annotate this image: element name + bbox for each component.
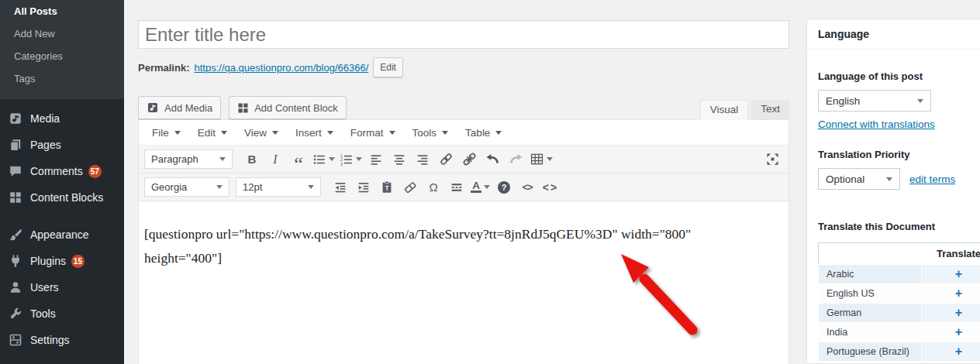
editor-mode-tabs: Visual Text bbox=[700, 100, 789, 119]
clear-formatting-button[interactable] bbox=[399, 177, 421, 198]
posts-submenu: All Posts Add New Categories Tags bbox=[0, 0, 124, 99]
translation-priority-select[interactable]: Optional bbox=[818, 168, 900, 190]
edit-terms-link[interactable]: edit terms bbox=[909, 173, 955, 185]
align-center-icon bbox=[392, 153, 406, 167]
translate-add-button[interactable]: + bbox=[921, 342, 980, 362]
permalink-url-link[interactable]: https://qa.questionpro.com/blog/66366/ bbox=[194, 62, 368, 74]
numbered-list-icon: 123 bbox=[340, 153, 354, 167]
shortcode-button[interactable]: <> bbox=[540, 177, 561, 198]
blockquote-button[interactable]: “ bbox=[288, 153, 309, 175]
bulleted-list-button[interactable] bbox=[311, 149, 336, 170]
table-row: India + bbox=[819, 323, 980, 342]
sidebar-item-tools[interactable]: Tools bbox=[0, 300, 124, 327]
sidebar-item-categories[interactable]: Categories bbox=[0, 45, 124, 67]
menu-insert[interactable]: Insert bbox=[287, 120, 342, 145]
sidebar-item-comments[interactable]: Comments 57 bbox=[0, 158, 124, 184]
align-right-button[interactable] bbox=[412, 149, 433, 170]
permalink-label: Permalink: bbox=[138, 62, 189, 74]
menu-table[interactable]: Table bbox=[457, 120, 510, 145]
font-select-value: Georgia bbox=[151, 181, 187, 193]
sidebar-item-settings[interactable]: Settings bbox=[0, 327, 124, 353]
text-color-button[interactable]: A bbox=[469, 177, 492, 198]
menu-separator bbox=[0, 353, 124, 364]
post-language-select[interactable]: English bbox=[818, 90, 931, 112]
tab-visual[interactable]: Visual bbox=[700, 100, 749, 120]
menu-label: Edit bbox=[198, 127, 216, 139]
add-content-block-button[interactable]: Add Content Block bbox=[229, 96, 347, 119]
paste-as-text-icon: T bbox=[380, 180, 394, 194]
media-buttons: Add Media Add Content Block bbox=[138, 96, 347, 119]
sidebar-item-label: Content Blocks bbox=[30, 191, 103, 204]
editor-menubar: File Edit View Insert Format Tools Table bbox=[139, 120, 788, 146]
post-editor-column: Permalink: https://qa.questionpro.com/bl… bbox=[138, 20, 789, 364]
menu-format[interactable]: Format bbox=[342, 120, 404, 145]
page-break-button[interactable] bbox=[446, 177, 468, 198]
align-left-button[interactable] bbox=[365, 149, 387, 170]
chevron-down-icon bbox=[272, 131, 278, 135]
admin-menu: Media Pages Comments 57 Content Blocks bbox=[0, 99, 124, 364]
plugins-count-badge: 15 bbox=[71, 255, 85, 268]
source-code-button[interactable]: <> bbox=[516, 177, 538, 198]
table-button[interactable] bbox=[528, 149, 554, 170]
shortcode-text: [questionpro url="https://www.questionpr… bbox=[139, 201, 751, 270]
tab-text[interactable]: Text bbox=[751, 100, 789, 119]
bold-button[interactable]: B bbox=[241, 149, 263, 170]
translate-add-button[interactable]: + bbox=[921, 265, 980, 284]
numbered-list-button[interactable]: 123 bbox=[338, 149, 364, 170]
menu-view[interactable]: View bbox=[236, 120, 287, 145]
fullscreen-button[interactable] bbox=[761, 149, 783, 170]
font-size-select[interactable]: 12pt bbox=[236, 177, 321, 197]
connect-translations-link[interactable]: Connect with translations bbox=[818, 118, 935, 130]
sidebar-item-plugins[interactable]: Plugins 15 bbox=[0, 248, 124, 274]
editor-content-area[interactable]: [questionpro url="https://www.questionpr… bbox=[139, 201, 788, 364]
sidebar-item-media[interactable]: Media bbox=[0, 105, 124, 132]
permalink-edit-button[interactable]: Edit bbox=[373, 57, 403, 77]
language-column-header bbox=[819, 243, 922, 265]
sidebar-item-tags[interactable]: Tags bbox=[0, 67, 124, 90]
sidebar-item-users[interactable]: Users bbox=[0, 274, 124, 300]
outdent-button[interactable] bbox=[330, 177, 351, 198]
italic-button[interactable]: I bbox=[264, 149, 286, 170]
table-row: Portuguese (Brazil) + bbox=[819, 342, 980, 362]
translate-add-button[interactable]: + bbox=[921, 284, 980, 304]
indent-button[interactable] bbox=[353, 177, 374, 198]
post-language-label: Language of this post bbox=[818, 70, 980, 82]
table-row: English US + bbox=[819, 284, 980, 304]
tinymce-editor: File Edit View Insert Format Tools Table… bbox=[138, 119, 789, 364]
translate-add-button[interactable]: + bbox=[921, 323, 980, 342]
sidebar-item-all-posts[interactable]: All Posts bbox=[0, 0, 124, 22]
redo-button[interactable] bbox=[505, 149, 526, 170]
sidebar-item-content-blocks[interactable]: Content Blocks bbox=[0, 184, 124, 211]
menu-edit[interactable]: Edit bbox=[189, 120, 236, 145]
font-family-select[interactable]: Georgia bbox=[144, 177, 229, 197]
table-row: Arabic + bbox=[819, 265, 980, 284]
align-center-button[interactable] bbox=[388, 149, 410, 170]
paste-as-text-button[interactable]: T bbox=[376, 177, 398, 198]
paragraph-format-select[interactable]: Paragraph bbox=[144, 149, 233, 169]
menu-tools[interactable]: Tools bbox=[404, 120, 457, 145]
special-character-button[interactable]: Ω bbox=[423, 177, 444, 198]
menu-file[interactable]: File bbox=[143, 120, 189, 145]
translate-add-button[interactable]: + bbox=[921, 304, 980, 323]
language-panel: Language Language of this post English C… bbox=[806, 19, 980, 364]
chevron-down-icon bbox=[547, 157, 553, 161]
sidebar-item-label: Media bbox=[30, 112, 60, 125]
undo-icon bbox=[485, 152, 500, 167]
add-media-button[interactable]: Add Media bbox=[138, 96, 221, 119]
post-title-input[interactable] bbox=[138, 20, 789, 49]
sidebar-item-add-new[interactable]: Add New bbox=[0, 22, 124, 45]
undo-button[interactable] bbox=[481, 149, 503, 170]
sidebar-item-pages[interactable]: Pages bbox=[0, 132, 124, 158]
insert-link-button[interactable] bbox=[435, 149, 457, 170]
translate-table: Translate Du Arabic + English US + Germa… bbox=[818, 242, 980, 362]
help-button[interactable]: ? bbox=[493, 177, 515, 198]
users-icon bbox=[8, 280, 23, 295]
translate-document-heading: Translate this Document bbox=[818, 221, 980, 232]
chevron-down-icon bbox=[442, 131, 448, 135]
remove-link-button[interactable] bbox=[458, 149, 480, 170]
sidebar-item-appearance[interactable]: Appearance bbox=[0, 221, 124, 248]
translation-priority-label: Translation Priority bbox=[818, 149, 980, 160]
menu-label: Tools bbox=[412, 127, 437, 139]
editor-tools-row: Add Media Add Content Block Visual Text bbox=[138, 96, 789, 119]
svg-text:T: T bbox=[385, 184, 389, 191]
